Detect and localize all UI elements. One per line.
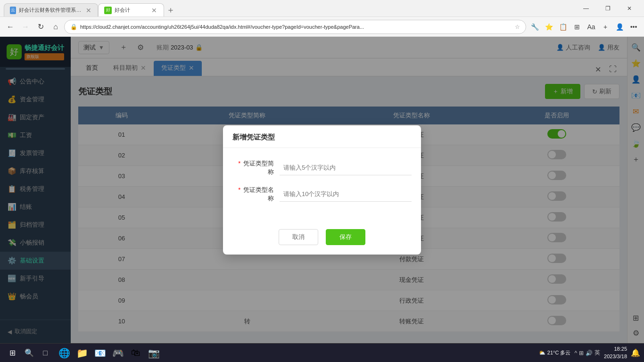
taskbar: ⊞ 🔍 □ 🌐 📁 📧 🎮 🛍 📷 ⛅ 21°C 多云 ^ ⊞ 🔊 英 1 — [0, 343, 644, 362]
profile-button[interactable]: 👤 — [613, 20, 626, 33]
browser-tab-2[interactable]: 好 好会计 ✕ — [98, 3, 164, 16]
clock-time: 18:25 — [604, 346, 627, 353]
modal-body: * 凭证类型简称 * 凭证类型名称 — [223, 148, 421, 223]
back-button[interactable]: ← — [4, 20, 17, 33]
taskbar-search[interactable]: 🔍 — [22, 346, 37, 361]
taskbar-view[interactable]: □ — [38, 346, 53, 361]
short-label: * 凭证类型简称 — [232, 159, 280, 176]
browser-frame: 云 好会计云财务软件管理系统_会计 ✕ 好 好会计 ✕ ＋ — ❐ ✕ ← → … — [0, 0, 644, 362]
name-label: * 凭证类型名称 — [232, 186, 280, 203]
split-view-button[interactable]: ⊞ — [570, 20, 584, 33]
tab-favicon-2: 好 — [104, 7, 112, 14]
required-star-short: * — [238, 160, 240, 167]
window-controls: — ❐ ✕ — [575, 0, 640, 17]
tab-title-1: 好会计云财务软件管理系统_会计 — [19, 7, 83, 14]
browser-toolbar: ← → ↻ ⌂ 🔒 https://cloud2.chanjet.com/acc… — [0, 17, 644, 37]
new-tab-button[interactable]: ＋ — [164, 3, 177, 16]
taskbar-app-game[interactable]: 🎮 — [109, 345, 126, 362]
browser-titlebar: 云 好会计云财务软件管理系统_会计 ✕ 好 好会计 ✕ ＋ — ❐ ✕ — [0, 0, 644, 17]
read-aloud-button[interactable]: Aa — [585, 20, 598, 33]
maximize-button[interactable]: ❐ — [597, 0, 619, 17]
modal-header: 新增凭证类型 — [223, 125, 421, 148]
taskbar-app-store[interactable]: 🛍 — [127, 345, 144, 362]
modal-title: 新增凭证类型 — [232, 133, 275, 142]
close-button[interactable]: ✕ — [619, 0, 640, 17]
cancel-button[interactable]: 取消 — [279, 229, 318, 245]
collections-button[interactable]: 📋 — [556, 20, 570, 33]
form-row-name: * 凭证类型名称 — [232, 186, 412, 203]
home-button[interactable]: ⌂ — [49, 20, 62, 33]
weather-icon: ⛅ — [539, 350, 545, 356]
tab-close-2[interactable]: ✕ — [150, 7, 158, 14]
tray-wifi-icon[interactable]: ⊞ — [579, 350, 584, 356]
weather-info: ⛅ 21°C 多云 — [539, 349, 571, 356]
url-text: https://cloud2.chanjet.com/accounting/uh… — [80, 24, 512, 30]
tray-up-icon[interactable]: ^ — [574, 350, 577, 356]
taskbar-app-edge[interactable]: 🌐 — [56, 345, 73, 362]
browser-tab-1[interactable]: 云 好会计云财务软件管理系统_会计 ✕ — [4, 3, 98, 16]
bookmark-icon[interactable]: ☆ — [515, 24, 520, 30]
tray-volume-icon[interactable]: 🔊 — [586, 350, 593, 356]
modal-footer: 取消 保存 — [223, 223, 421, 255]
start-button[interactable]: ⊞ — [4, 345, 21, 362]
taskbar-right: ⛅ 21°C 多云 ^ ⊞ 🔊 英 18:25 2023/3/18 🔔 — [539, 346, 640, 360]
add-to-button[interactable]: + — [599, 20, 612, 33]
minimize-button[interactable]: — — [575, 0, 597, 17]
notification-button[interactable]: 🔔 — [631, 348, 640, 357]
taskbar-app-mail[interactable]: 📧 — [91, 345, 108, 362]
app-wrapper: 好 畅捷通好会计 旗舰版 📢 公告中心 💰 资金管理 — [0, 37, 644, 343]
save-button[interactable]: 保存 — [326, 229, 365, 245]
required-star-name: * — [238, 186, 240, 193]
modal-overlay: 新增凭证类型 * 凭证类型简称 * — [71, 37, 627, 343]
tray-lang[interactable]: 英 — [594, 349, 600, 357]
extensions-button[interactable]: 🔧 — [528, 20, 541, 33]
reload-button[interactable]: ↻ — [34, 20, 47, 33]
toolbar-actions: 🔧 ⭐ 📋 ⊞ Aa + 👤 ••• — [528, 20, 640, 33]
address-bar[interactable]: 🔒 https://cloud2.chanjet.com/accounting/… — [64, 20, 526, 34]
favorites-button[interactable]: ⭐ — [542, 20, 555, 33]
add-voucher-type-modal: 新增凭证类型 * 凭证类型简称 * — [223, 125, 421, 255]
tab-close-1[interactable]: ✕ — [86, 7, 92, 14]
weather-temp: 21°C 多云 — [547, 349, 571, 356]
taskbar-apps: 🌐 📁 📧 🎮 🛍 📷 — [56, 345, 162, 362]
more-button[interactable]: ••• — [627, 20, 640, 33]
main-content: 测试 ▼ ＋ ⚙ 账期 2023-03 🔒 👤 人工咨询 — [71, 37, 627, 343]
ssl-icon: 🔒 — [70, 24, 77, 30]
short-input[interactable] — [280, 160, 412, 175]
forward-button[interactable]: → — [19, 20, 32, 33]
taskbar-clock[interactable]: 18:25 2023/3/18 — [604, 346, 627, 360]
clock-date: 2023/3/18 — [604, 353, 627, 360]
taskbar-app-explorer[interactable]: 📁 — [74, 345, 91, 362]
tab-favicon-1: 云 — [10, 7, 16, 14]
taskbar-app-photos[interactable]: 📷 — [145, 345, 162, 362]
form-row-short: * 凭证类型简称 — [232, 159, 412, 176]
name-input[interactable] — [280, 187, 412, 202]
tab-title-2: 好会计 — [115, 7, 130, 14]
browser-tabs: 云 好会计云财务软件管理系统_会计 ✕ 好 好会计 ✕ ＋ — [4, 0, 177, 16]
taskbar-systray: ^ ⊞ 🔊 英 — [574, 349, 600, 357]
